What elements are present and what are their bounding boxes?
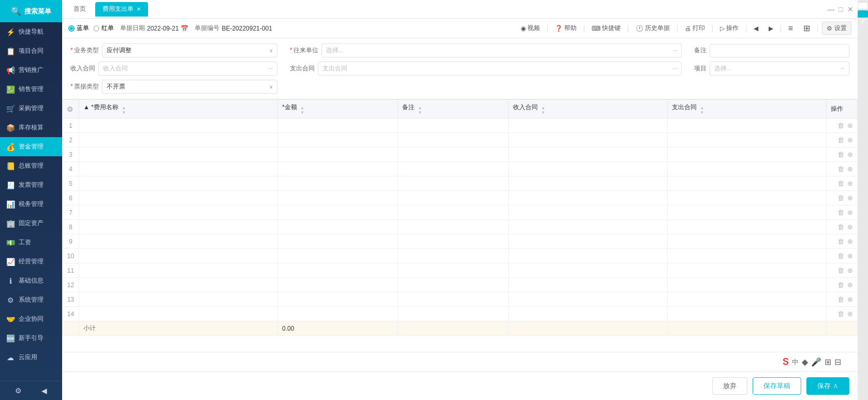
cell-expense-name[interactable] (79, 249, 278, 263)
cell-amount[interactable] (278, 205, 398, 220)
cell-expense-contract[interactable] (668, 133, 827, 147)
cell-income-contract[interactable] (509, 234, 668, 249)
row-delete-icon[interactable]: 🗑 (837, 209, 844, 216)
cell-income-contract[interactable] (509, 162, 668, 176)
cell-expense-contract[interactable] (668, 205, 827, 220)
cell-expense-name[interactable] (79, 133, 278, 147)
history-button[interactable]: 🕐 历史单据 (632, 23, 673, 34)
sidebar-search[interactable]: 🔍 搜索菜单 (0, 0, 62, 22)
row-delete-icon[interactable]: 🗑 (837, 295, 844, 303)
tab-home[interactable]: 首页 (66, 2, 93, 17)
cell-expense-contract[interactable] (668, 220, 827, 234)
cell-income-contract[interactable] (509, 220, 668, 234)
remark-sort[interactable]: ▲▼ (418, 106, 422, 115)
sidebar-item-fixed-assets[interactable]: 🏢 固定资产 (0, 214, 62, 233)
row-delete-icon[interactable]: 🗑 (837, 122, 844, 129)
footer-s-icon[interactable]: S (783, 357, 789, 367)
sidebar-item-sales-promotion[interactable]: 📢 营销推广 (0, 61, 62, 80)
cell-amount[interactable] (278, 133, 398, 147)
cell-amount[interactable] (278, 234, 398, 249)
volume-icon[interactable]: ◀ (41, 387, 47, 395)
cell-amount[interactable] (278, 278, 398, 292)
settings-bottom-icon[interactable]: ⚙ (15, 387, 22, 395)
cell-remark[interactable] (398, 234, 509, 249)
sidebar-item-tax-mgmt[interactable]: 📊 税务管理 (0, 195, 62, 214)
cell-expense-contract[interactable] (668, 263, 827, 278)
cell-income-contract[interactable] (509, 205, 668, 220)
cell-amount[interactable] (278, 292, 398, 307)
cell-expense-contract[interactable] (668, 249, 827, 263)
row-delete-icon[interactable]: 🗑 (837, 281, 844, 289)
maximize-button[interactable]: □ (839, 5, 843, 13)
row-delete-icon[interactable]: 🗑 (837, 238, 844, 245)
row-delete-icon[interactable]: 🗑 (837, 223, 844, 231)
cell-income-contract[interactable] (509, 176, 668, 191)
bill-type-select[interactable]: 不开票 ∨ (102, 80, 277, 94)
minimize-button[interactable]: — (828, 5, 835, 13)
row-copy-icon[interactable]: ⊕ (847, 310, 853, 318)
cell-expense-name[interactable] (79, 220, 278, 234)
sidebar-item-inventory[interactable]: 📦 库存核算 (0, 118, 62, 137)
cell-expense-name[interactable] (79, 118, 278, 133)
row-copy-icon[interactable]: ⊕ (847, 223, 853, 231)
row-delete-icon[interactable]: 🗑 (837, 266, 844, 274)
settings-button[interactable]: ⚙ 设置 (822, 22, 851, 35)
sidebar-item-ops-mgmt[interactable]: 📈 经营管理 (0, 252, 62, 271)
sidebar-item-basic-info[interactable]: ℹ 基础信息 (0, 271, 62, 290)
cell-expense-name[interactable] (79, 234, 278, 249)
grid-view-button[interactable]: ⊞ (800, 22, 813, 34)
list-view-button[interactable]: ≡ (785, 23, 796, 34)
cell-expense-contract[interactable] (668, 118, 827, 133)
cell-expense-name[interactable] (79, 147, 278, 162)
cell-remark[interactable] (398, 292, 509, 307)
business-type-select[interactable]: 应付调整 ∨ (102, 43, 277, 57)
cell-expense-name[interactable] (79, 292, 278, 307)
cell-income-contract[interactable] (509, 278, 668, 292)
cell-expense-name[interactable] (79, 307, 278, 321)
cell-expense-contract[interactable] (668, 292, 827, 307)
remark-input[interactable] (710, 44, 849, 57)
project-input[interactable]: 选择... ··· (710, 62, 849, 76)
income-contract-sort[interactable]: ▲▼ (541, 106, 545, 115)
cell-expense-name[interactable] (79, 191, 278, 205)
save-button[interactable]: 保存 ∧ (806, 377, 849, 395)
income-contract-input[interactable]: 收入合同 ··· (98, 62, 277, 76)
cell-income-contract[interactable] (509, 191, 668, 205)
row-delete-icon[interactable]: 🗑 (837, 136, 844, 144)
cell-remark[interactable] (398, 249, 509, 263)
shortcut-button[interactable]: ⌨ 快捷键 (589, 23, 624, 34)
cell-remark[interactable] (398, 118, 509, 133)
row-copy-icon[interactable]: ⊕ (847, 165, 853, 173)
row-copy-icon[interactable]: ⊕ (847, 194, 853, 202)
amount-sort[interactable]: ▲▼ (300, 106, 304, 115)
row-copy-icon[interactable]: ⊕ (847, 252, 853, 260)
cell-expense-contract[interactable] (668, 191, 827, 205)
help-button[interactable]: ❓ 帮助 (552, 23, 580, 34)
cell-expense-contract[interactable] (668, 176, 827, 191)
sidebar-item-salary[interactable]: 💵 工资 (0, 233, 62, 252)
cell-amount[interactable] (278, 118, 398, 133)
expense-contract-input[interactable]: 支出合同 ··· (318, 62, 682, 76)
cell-expense-contract[interactable] (668, 147, 827, 162)
cell-remark[interactable] (398, 220, 509, 234)
discard-button[interactable]: 放弃 (712, 377, 747, 395)
calendar-icon[interactable]: 📅 (181, 25, 188, 32)
cell-remark[interactable] (398, 133, 509, 147)
cell-amount[interactable] (278, 162, 398, 176)
sidebar-item-project-contract[interactable]: 📋 项目合同 (0, 41, 62, 61)
cell-income-contract[interactable] (509, 133, 668, 147)
cell-expense-contract[interactable] (668, 307, 827, 321)
sidebar-item-new-guide[interactable]: 🆕 新手引导 (0, 329, 62, 348)
expense-name-sort[interactable]: ▲▼ (122, 106, 126, 115)
table-gear-icon[interactable]: ⚙ (67, 105, 73, 113)
footer-diamond-icon[interactable]: ◆ (802, 357, 808, 367)
sidebar-item-ledger-mgmt[interactable]: 📒 总账管理 (0, 156, 62, 175)
cell-amount[interactable] (278, 147, 398, 162)
video-button[interactable]: ◉ 视频 (518, 23, 543, 34)
footer-zhong-icon[interactable]: 中 (792, 358, 799, 367)
close-button[interactable]: ✕ (847, 5, 854, 13)
sidebar-item-quick-nav[interactable]: ⚡ 快捷导航 (0, 22, 62, 41)
action-button[interactable]: ▷ 操作 (717, 23, 742, 34)
cell-expense-name[interactable] (79, 278, 278, 292)
row-copy-icon[interactable]: ⊕ (847, 209, 853, 216)
